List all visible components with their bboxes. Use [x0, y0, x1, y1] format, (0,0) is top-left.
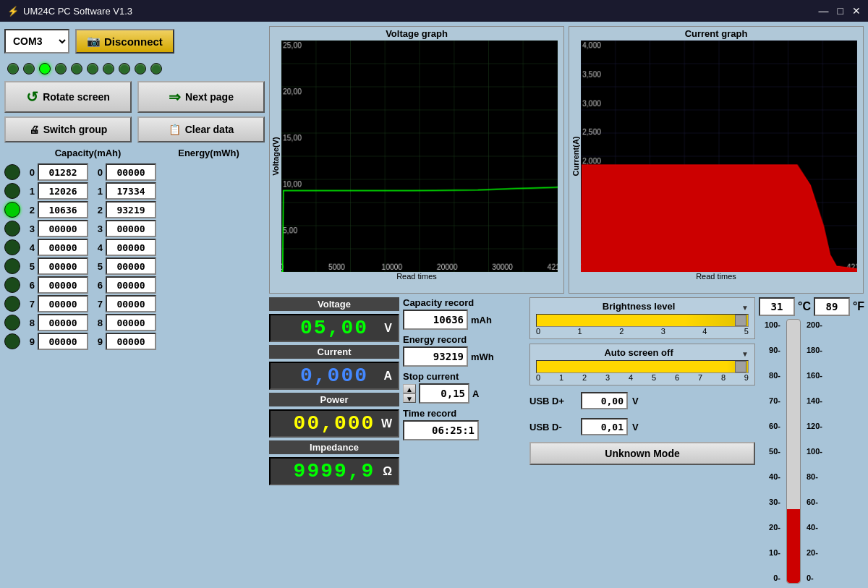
auto-screen-dropdown-arrow[interactable]: ▼ [741, 350, 749, 358]
spin-buttons: ▲ ▼ [403, 384, 416, 403]
usb-dplus-label: USB D+ [529, 396, 576, 406]
indicator-4 [71, 63, 82, 74]
indicator-3 [55, 63, 67, 74]
row-indicator-9 [4, 333, 20, 349]
com-port-select[interactable]: COM3 [4, 29, 69, 54]
energy-input-3[interactable] [106, 220, 156, 237]
fahrenheit-unit: °F [853, 300, 864, 313]
cap-input-1[interactable] [38, 182, 88, 200]
capacity-unit: mAh [471, 315, 492, 325]
power-row: 00,000 W [269, 409, 399, 438]
spin-up-btn[interactable]: ▲ [403, 384, 416, 393]
cap-input-8[interactable] [38, 314, 88, 331]
indicator-6 [103, 63, 114, 74]
data-rows: 0 0 1 1 2 2 3 [4, 163, 265, 350]
energy-input-7[interactable] [106, 295, 156, 312]
energy-input-9[interactable] [106, 333, 156, 350]
energy-input-4[interactable] [106, 239, 156, 256]
energy-record-block: Energy record mWh [403, 334, 526, 367]
auto-screen-label: Auto screen off [536, 347, 741, 358]
energy-record-input[interactable] [403, 346, 468, 367]
stop-current-input[interactable] [419, 383, 469, 404]
row-indicator-0 [4, 164, 20, 180]
row-indicator-4 [4, 239, 20, 255]
records-col: Capacity record mAh Energy record mWh St… [403, 297, 526, 584]
row-indicator-5 [4, 258, 20, 274]
minimize-btn[interactable]: — [819, 5, 829, 17]
energy-input-1[interactable] [106, 182, 156, 200]
unknown-mode-button[interactable]: Unknown Mode [529, 442, 755, 465]
usb-dplus-input[interactable] [581, 392, 628, 409]
row-indicator-7 [4, 296, 20, 312]
time-record-input[interactable] [403, 420, 479, 440]
capacity-record-block: Capacity record mAh [403, 297, 526, 330]
cap-input-3[interactable] [38, 220, 88, 237]
impedance-row: 9999,9 Ω [269, 457, 399, 485]
cap-input-5[interactable] [38, 257, 88, 275]
top-controls: COM3 📷 Disconnect [4, 26, 265, 56]
impedance-unit: Ω [383, 465, 392, 478]
switch-icon: 🖨 [29, 124, 39, 135]
next-page-button[interactable]: ⇒ Next page [137, 81, 265, 113]
current-label: Current [269, 345, 399, 359]
bottom-panel: Voltage 05,00 V Current 0,000 A Power [269, 297, 864, 584]
rotate-screen-button[interactable]: ↺ Rotate screen [4, 81, 132, 113]
close-btn[interactable]: ✕ [852, 5, 861, 17]
celsius-unit: °C [798, 300, 811, 313]
table-row: 1 1 [4, 182, 265, 200]
energy-input-8[interactable] [106, 314, 156, 331]
cap-input-0[interactable] [38, 163, 88, 181]
current-unit: A [383, 370, 392, 383]
switch-group-button[interactable]: 🖨 Switch group [4, 116, 132, 142]
voltage-label: Voltage [269, 297, 399, 311]
energy-unit: mWh [471, 351, 494, 362]
table-row: 3 3 [4, 220, 265, 237]
voltage-graph-title: Voltage graph [270, 27, 563, 41]
celsius-input[interactable] [759, 297, 795, 316]
power-value: 00,000 [292, 409, 377, 438]
brightness-dropdown-arrow[interactable]: ▼ [741, 304, 749, 312]
cap-input-2[interactable] [38, 201, 88, 218]
energy-input-6[interactable] [106, 276, 156, 294]
usb-dplus-unit: V [632, 396, 639, 406]
main-container: COM3 📷 Disconnect ↺ Rotate screen [0, 22, 868, 588]
spin-down-btn[interactable]: ▼ [403, 393, 416, 403]
graphs-row: Voltage graph Voltage(V) Read times Curr… [269, 26, 864, 294]
indicator-row [4, 60, 265, 77]
fahrenheit-input[interactable] [814, 297, 850, 316]
cap-input-9[interactable] [38, 333, 88, 350]
row-indicator-3 [4, 221, 20, 237]
disconnect-icon: 📷 [87, 35, 101, 48]
right-panel: Voltage graph Voltage(V) Read times Curr… [269, 26, 864, 584]
current-ylabel: Current(A) [571, 137, 579, 176]
power-label: Power [269, 393, 399, 406]
indicator-1 [23, 63, 35, 74]
thermometer-tube [786, 319, 801, 584]
table-row: 0 0 [4, 163, 265, 181]
brightness-slider[interactable] [536, 314, 749, 327]
cap-input-7[interactable] [38, 295, 88, 312]
config-col: Brightness level ▼ 0 1 2 3 4 5 [529, 297, 755, 584]
usb-dminus-input[interactable] [581, 418, 628, 435]
auto-screen-section: Auto screen off ▼ 0 1 2 3 4 5 6 7 [529, 344, 755, 385]
maximize-btn[interactable]: □ [838, 5, 843, 17]
current-value: 0,000 [299, 362, 370, 390]
energy-input-0[interactable] [106, 163, 156, 181]
voltage-xlabel: Read times [270, 272, 563, 282]
capacity-record-input[interactable] [403, 310, 468, 330]
cap-input-6[interactable] [38, 276, 88, 294]
row-indicator-8 [4, 315, 20, 331]
app-icon: ⚡ [7, 6, 19, 17]
cap-input-4[interactable] [38, 239, 88, 256]
auto-screen-slider[interactable] [536, 360, 749, 373]
usb-dplus-row: USB D+ V [529, 392, 755, 409]
clear-data-button[interactable]: 📋 Clear data [137, 116, 265, 142]
celsius-scale: 100- 90- 80- 70- 60- 50- 40- 30- 20- 10-… [759, 319, 780, 584]
brightness-thumb[interactable] [735, 315, 746, 326]
row-indicator-6 [4, 277, 20, 293]
disconnect-button[interactable]: 📷 Disconnect [75, 29, 174, 54]
title-text: UM24C PC Software V1.3 [23, 6, 132, 17]
energy-input-5[interactable] [106, 257, 156, 275]
auto-screen-thumb[interactable] [735, 361, 746, 372]
energy-input-2[interactable] [106, 201, 156, 218]
